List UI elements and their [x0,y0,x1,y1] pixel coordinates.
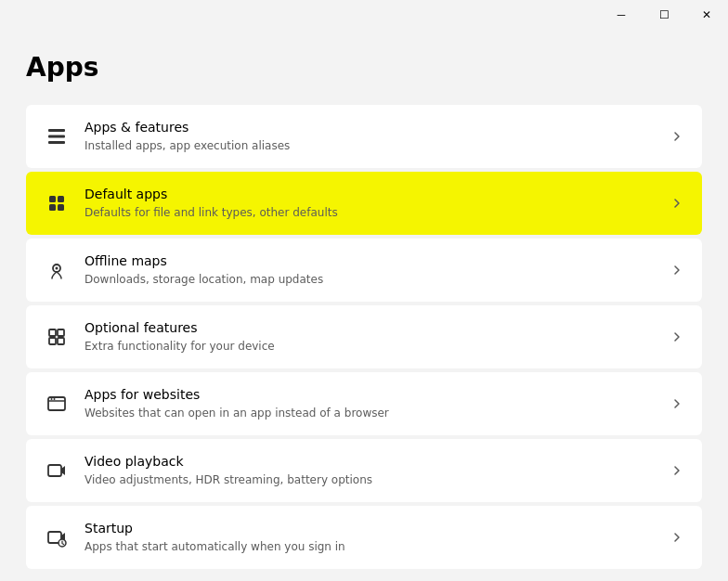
startup-text: Startup Apps that start automatically wh… [84,520,668,554]
offline-maps-text: Offline maps Downloads, storage location… [84,252,668,287]
default-apps-subtitle: Defaults for file and link types, other … [84,205,668,221]
optional-features-title: Optional features [84,319,668,338]
menu-list: Apps & features Installed apps, app exec… [26,105,702,569]
video-playback-title: Video playback [84,453,668,471]
menu-item-video-playback[interactable]: Video playback Video adjustments, HDR st… [26,439,702,502]
svg-rect-11 [49,338,56,344]
minimize-button[interactable]: ─ [600,0,643,30]
menu-item-apps-websites[interactable]: Apps for websites Websites that can open… [26,372,702,435]
optional-features-icon [42,322,72,352]
video-playback-text: Video playback Video adjustments, HDR st… [84,453,668,487]
menu-item-apps-features[interactable]: Apps & features Installed apps, app exec… [26,105,702,168]
svg-rect-16 [48,465,61,476]
svg-rect-6 [58,204,64,211]
svg-point-8 [56,267,58,270]
apps-features-chevron [668,127,686,146]
svg-rect-3 [49,196,56,202]
svg-rect-9 [49,329,56,336]
svg-rect-5 [49,204,56,211]
close-button[interactable]: ✕ [685,0,728,30]
menu-item-optional-features[interactable]: Optional features Extra functionality fo… [26,305,702,368]
optional-features-subtitle: Extra functionality for your device [84,339,668,355]
apps-websites-icon [42,389,72,419]
apps-websites-title: Apps for websites [84,386,668,405]
svg-rect-1 [48,136,65,138]
apps-websites-text: Apps for websites Websites that can open… [84,386,668,420]
default-apps-text: Default apps Defaults for file and link … [84,186,668,220]
apps-features-text: Apps & features Installed apps, app exec… [84,119,668,153]
apps-features-subtitle: Installed apps, app execution aliases [84,138,668,154]
title-bar-controls: ─ ☐ ✕ [600,0,728,30]
svg-rect-0 [48,129,65,132]
offline-maps-chevron [668,261,686,279]
svg-rect-10 [58,329,64,336]
svg-rect-12 [58,338,64,344]
startup-subtitle: Apps that start automatically when you s… [84,539,668,555]
apps-websites-chevron [668,394,686,413]
optional-features-chevron [668,328,686,346]
apps-websites-subtitle: Websites that can open in an app instead… [84,406,668,421]
menu-item-offline-maps[interactable]: Offline maps Downloads, storage location… [26,239,702,302]
main-content: Apps Apps & features Installed apps, app… [0,30,728,581]
video-playback-subtitle: Video adjustments, HDR streaming, batter… [84,472,668,488]
page-title: Apps [26,52,702,83]
startup-icon [42,523,72,552]
svg-point-14 [51,398,53,400]
menu-item-default-apps[interactable]: Default apps Defaults for file and link … [26,172,702,235]
apps-features-icon [42,122,72,151]
startup-title: Startup [84,520,668,538]
menu-item-startup[interactable]: Startup Apps that start automatically wh… [26,506,702,569]
default-apps-chevron [668,194,686,213]
video-playback-icon [42,456,72,485]
title-bar: ─ ☐ ✕ [0,0,728,30]
svg-point-15 [54,398,56,400]
apps-features-title: Apps & features [84,119,668,137]
default-apps-title: Default apps [84,186,668,204]
offline-maps-subtitle: Downloads, storage location, map updates [84,272,668,288]
window: ─ ☐ ✕ Apps App [0,0,728,581]
svg-rect-2 [48,141,65,144]
startup-chevron [668,528,686,547]
optional-features-text: Optional features Extra functionality fo… [84,319,668,354]
video-playback-chevron [668,461,686,480]
offline-maps-icon [42,255,72,285]
svg-rect-4 [58,196,64,202]
maximize-button[interactable]: ☐ [643,0,685,30]
offline-maps-title: Offline maps [84,252,668,271]
default-apps-icon [42,188,72,218]
